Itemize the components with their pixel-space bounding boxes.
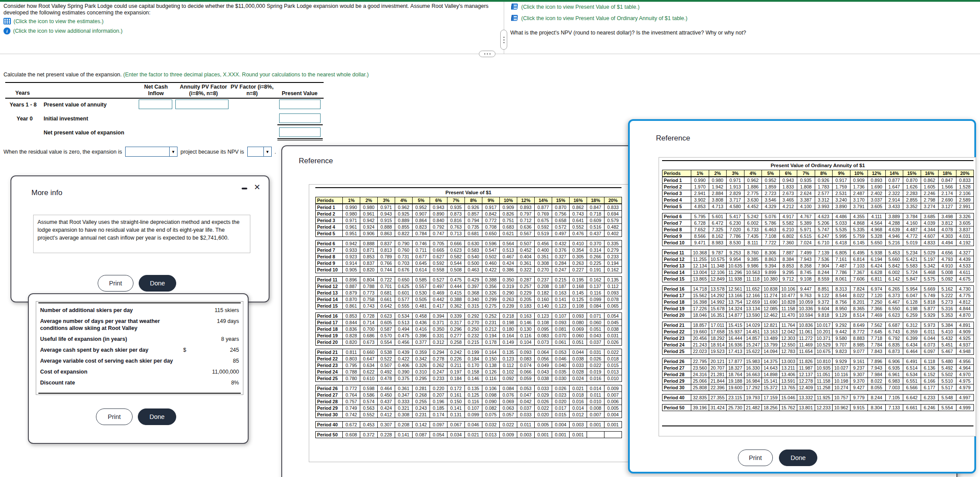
factor-value-cell: 0.009 [500,432,517,438]
additional-info-link-label[interactable]: (Click the icon to view additional infor… [13,28,123,34]
pvoa-table-link-label[interactable]: (Click the icon to view Present Value of… [521,15,687,21]
annuity-pv-factor-input[interactable] [175,100,229,109]
print-button[interactable]: Print [96,408,133,425]
factor-value-cell: 23.560 [691,365,709,371]
print-button[interactable]: Print [98,275,133,292]
factor-value-cell: 0.788 [343,369,360,375]
factor-value-cell: 0.794 [465,217,482,224]
factor-value-cell: 5.467 [939,348,956,355]
additional-info-link[interactable]: i (Click the icon to view additional inf… [3,27,123,34]
close-icon[interactable]: ✕ [254,184,260,190]
factor-value-cell: 3.812 [939,220,956,226]
factor-value-cell: 0.054 [430,432,447,438]
factor-value-cell: 0.625 [395,283,413,290]
book-icon[interactable] [510,15,519,22]
factor-value-cell: 0.008 [587,405,604,412]
expansion-decision-dropdown[interactable]: ▼ [125,147,178,157]
rate-header-cell: 10% [850,170,868,177]
factor-value-cell: 6.136 [921,365,939,371]
estimate-amount: 8 years [221,336,239,343]
factor-value-cell: 4.607 [921,233,939,240]
pvoa-table-container: Present Value of Ordinary Annuity of $1 … [659,157,976,436]
net-cash-inflow-input[interactable] [139,100,172,109]
estimates-link[interactable]: (Click the icon to view the estimates.) [3,18,103,24]
factor-value-cell: 7.367 [850,269,868,276]
factor-value-cell: 11.274 [762,292,780,299]
factor-value-cell: 4.853 [691,203,709,210]
factor-value-cell: 4.580 [727,203,744,210]
factor-value-cell: 0.577 [395,296,413,303]
factor-value-cell: 0.083 [517,356,535,362]
factor-value-cell: 0.422 [482,267,500,273]
factor-value-cell: 4.111 [868,213,886,220]
factor-value-cell: 4.891 [956,322,974,329]
vertical-divider-drag-handle[interactable] [500,30,507,50]
horizontal-divider-drag-handle[interactable] [479,51,495,57]
info-icon[interactable]: i [3,27,10,34]
factor-value-cell: 0.307 [378,422,395,428]
print-button[interactable]: Print [738,450,773,466]
factor-value-cell: 3.605 [956,220,974,226]
book-icon[interactable] [510,3,519,10]
factor-value-cell: 0.820 [343,339,360,346]
factor-value-cell: 2.283 [903,190,921,197]
factor-value-cell: 0.099 [465,412,482,418]
factor-value-cell: 14.094 [762,348,780,355]
factor-value-cell: 5.492 [939,365,956,371]
factor-value-cell: 0.478 [378,375,395,382]
estimates-link-label[interactable]: (Click the icon to view the estimates.) [14,18,103,24]
factor-value-cell: 0.444 [447,283,465,290]
factor-value-cell: 0.877 [535,204,552,211]
factor-value-cell: 7.250 [868,299,886,305]
factor-value-cell: 20.707 [709,365,727,371]
factor-value-cell: 0.013 [482,432,500,438]
factor-value-cell: 0.712 [517,217,535,224]
done-button[interactable]: Done [138,408,176,425]
factor-value-cell: 6.011 [921,329,939,335]
done-button[interactable]: Done [139,275,176,292]
factor-value-cell: 5.076 [762,213,780,220]
factor-value-cell: 0.627 [430,254,447,260]
rate-header-cell: 8% [465,197,482,204]
factor-value-cell: 4.946 [885,233,903,240]
factor-value-cell: 6.198 [903,305,921,312]
factor-value-cell: 5.749 [921,292,939,299]
pvoa-table-link[interactable]: (Click the icon to view Present Value of… [510,15,968,22]
factor-value-cell: 4.656 [939,250,956,256]
initial-investment-input[interactable] [279,113,321,123]
factor-value-cell: 0.924 [360,224,378,230]
factor-value-cell: 1.970 [691,184,709,190]
factor-value-cell: 0.592 [430,260,447,267]
period-label-cell: Period 30 [662,384,691,391]
factor-value-cell: 18.292 [709,335,727,342]
factor-value-cell: 0.006 [604,398,622,405]
factor-value-cell: 0.075 [482,412,500,418]
factor-value-cell: 7.024 [797,240,815,246]
factor-value-cell: 0.370 [587,240,604,247]
period-label-cell: Period 5 [316,230,343,237]
npv-sign-dropdown[interactable]: ▼ [247,147,272,157]
factor-value-cell: 0.855 [395,224,413,230]
estimates-table-icon[interactable] [3,18,11,24]
factor-value-cell: 4.979 [956,384,974,391]
factor-value-cell: 0.266 [587,254,604,260]
pv-table-link[interactable]: (Click the icon to view Present Value of… [510,3,968,10]
factor-value-cell: 0.797 [517,211,535,217]
minimize-icon[interactable] [242,188,247,189]
factor-value-cell: 5.384 [939,322,956,329]
annuity-present-value-input[interactable] [279,100,321,109]
pv-table-link-label[interactable]: (Click the icon to view Present Value of… [521,4,639,10]
factor-value-cell: 0.952 [762,177,780,184]
factor-value-cell: 0.069 [500,398,517,405]
factor-value-cell: 0.475 [395,333,413,339]
factor-value-cell: 9.447 [797,286,815,292]
factor-value-cell: 10.017 [815,322,833,329]
factor-value-cell: 0.087 [413,432,430,438]
factor-value-cell: 0.877 [885,177,903,184]
done-button[interactable]: Done [779,450,817,466]
factor-value-cell: 16.330 [744,365,762,371]
factor-value-cell: 4.039 [921,220,939,226]
factor-value-cell: 10.477 [779,292,797,299]
factor-value-cell: 5.019 [903,240,921,246]
net-present-value-input[interactable] [279,127,321,137]
